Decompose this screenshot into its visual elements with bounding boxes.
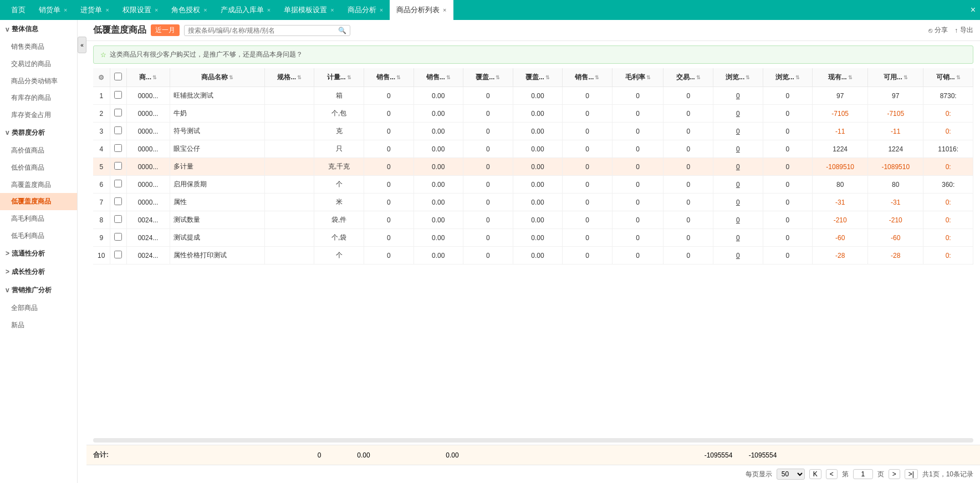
row-browse1[interactable]: 0 — [713, 176, 763, 194]
row-checkbox-cell[interactable] — [110, 105, 126, 123]
export-button[interactable]: ↑ 导出 — [955, 26, 973, 35]
row-select-checkbox[interactable] — [114, 126, 122, 134]
browse2-col-header[interactable]: 浏览...⇅ — [763, 68, 813, 87]
sidebar-item-新品[interactable]: 新品 — [0, 317, 77, 334]
row-select-checkbox[interactable] — [114, 109, 122, 116]
sales3-col-header[interactable]: 销售...⇅ — [563, 68, 612, 87]
next-page-button[interactable]: > — [889, 469, 900, 479]
sidebar-item-交易过的商品[interactable]: 交易过的商品 — [0, 55, 77, 73]
code-col-header[interactable]: 商...⇅ — [126, 68, 170, 87]
row-select-checkbox[interactable] — [114, 91, 122, 99]
nav-close-icon[interactable]: × — [155, 7, 158, 13]
unit-col-header[interactable]: 计量...⇅ — [314, 68, 364, 87]
row-select-checkbox[interactable] — [114, 144, 122, 152]
nav-item-角色授权[interactable]: 角色授权× — [165, 0, 213, 20]
sidebar-section-0[interactable]: v 整体信息 — [0, 20, 77, 38]
available-col-header[interactable]: 可用...⇅ — [868, 68, 923, 87]
row-select-checkbox[interactable] — [114, 162, 122, 170]
row-select-checkbox[interactable] — [114, 233, 122, 241]
nav-item-单据模板设置[interactable]: 单据模板设置× — [277, 0, 340, 20]
settings-icon[interactable]: ⚙ — [98, 74, 104, 82]
browse1-col-header[interactable]: 浏览...⇅ — [713, 68, 763, 87]
horizontal-scrollbar[interactable] — [93, 438, 973, 443]
sidebar-item-高覆盖度商品[interactable]: 高覆盖度商品 — [0, 176, 77, 194]
sidebar-item-商品分类动销率[interactable]: 商品分类动销率 — [0, 73, 77, 90]
nav-item-商品分析列表[interactable]: 商品分析列表× — [390, 0, 453, 20]
select-all-checkbox[interactable] — [114, 73, 122, 80]
last-page-button[interactable]: >| — [905, 469, 918, 479]
gross-rate-col-header[interactable]: 毛利率⇅ — [612, 68, 663, 87]
row-checkbox-cell[interactable] — [110, 87, 126, 105]
row-browse1[interactable]: 0 — [713, 140, 763, 158]
sidebar-collapse-button[interactable]: « — [78, 37, 86, 53]
sidebar-item-库存资金占用[interactable]: 库存资金占用 — [0, 106, 77, 124]
sidebar-item-高价值商品[interactable]: 高价值商品 — [0, 142, 77, 159]
first-page-button[interactable]: K — [809, 469, 821, 479]
row-checkbox-cell[interactable] — [110, 140, 126, 158]
nav-close-icon[interactable]: × — [380, 7, 383, 13]
nav-item-产成品入库单[interactable]: 产成品入库单× — [214, 0, 277, 20]
row-select-checkbox[interactable] — [114, 215, 122, 223]
sidebar-section-arrow: > — [6, 250, 9, 257]
search-icon[interactable]: 🔍 — [338, 27, 346, 34]
cov1-col-header[interactable]: 覆盖...⇅ — [463, 68, 513, 87]
nav-close-icon[interactable]: × — [330, 7, 334, 13]
row-checkbox-cell[interactable] — [110, 123, 126, 140]
name-col-header[interactable]: 商品名称⇅ — [170, 68, 264, 87]
page-number-input[interactable] — [853, 469, 873, 479]
sidebar-section-2[interactable]: > 流通性分析 — [0, 245, 77, 263]
row-select-checkbox[interactable] — [114, 251, 122, 258]
nav-item-首页[interactable]: 首页 — [4, 0, 32, 20]
settings-col-header[interactable]: ⚙ — [93, 68, 110, 87]
row-browse1[interactable]: 0 — [713, 158, 763, 176]
row-browse1[interactable]: 0 — [713, 211, 763, 229]
row-select-checkbox[interactable] — [114, 197, 122, 205]
sidebar-item-低毛利商品[interactable]: 低毛利商品 — [0, 227, 77, 245]
sales-qty-col-header[interactable]: 销售...⇅ — [364, 68, 414, 87]
sidebar-item-低价值商品[interactable]: 低价值商品 — [0, 159, 77, 176]
sidebar-item-全部商品[interactable]: 全部商品 — [0, 299, 77, 317]
nav-close-icon[interactable]: × — [105, 7, 109, 13]
row-checkbox-cell[interactable] — [110, 176, 126, 194]
share-button[interactable]: ⎋ 分享 — [928, 26, 948, 35]
row-checkbox-cell[interactable] — [110, 229, 126, 247]
sidebar-item-高毛利商品[interactable]: 高毛利商品 — [0, 210, 77, 227]
row-checkbox-cell[interactable] — [110, 194, 126, 211]
row-checkbox-cell[interactable] — [110, 211, 126, 229]
per-page-select[interactable]: 50 20 100 200 — [777, 469, 805, 480]
nav-close-icon[interactable]: × — [267, 7, 270, 13]
search-input[interactable] — [188, 27, 338, 34]
row-browse1[interactable]: 0 — [713, 123, 763, 140]
sidebar-section-1[interactable]: v 类群度分析 — [0, 124, 77, 142]
sidebar-item-低覆盖度商品[interactable]: 低覆盖度商品 — [0, 193, 77, 210]
sidebar-section-4[interactable]: v 营销推广分析 — [0, 281, 77, 299]
current-col-header[interactable]: 现有...⇅ — [813, 68, 868, 87]
row-select-checkbox[interactable] — [114, 180, 122, 187]
prev-page-button[interactable]: < — [826, 469, 838, 479]
row-browse1[interactable]: 0 — [713, 105, 763, 123]
time-filter-button[interactable]: 近一月 — [151, 24, 180, 36]
nav-item-销货单[interactable]: 销货单× — [32, 0, 74, 20]
row-checkbox-cell[interactable] — [110, 247, 126, 265]
saleable-col-header[interactable]: 可销...⇅ — [923, 68, 973, 87]
row-browse1[interactable]: 0 — [713, 87, 763, 105]
row-checkbox-cell[interactable] — [110, 158, 126, 176]
sidebar-item-有库存的商品[interactable]: 有库存的商品 — [0, 89, 77, 106]
sidebar-item-销售类商品[interactable]: 销售类商品 — [0, 38, 77, 55]
row-browse1[interactable]: 0 — [713, 194, 763, 211]
row-browse1[interactable]: 0 — [713, 229, 763, 247]
spec-col-header[interactable]: 规格...⇅ — [264, 68, 314, 87]
nav-close-icon[interactable]: × — [64, 7, 67, 13]
close-all-button[interactable]: × — [971, 5, 976, 15]
nav-item-权限设置[interactable]: 权限设置× — [116, 0, 165, 20]
row-gross-rate: 0 — [612, 211, 663, 229]
trade-col-header[interactable]: 交易...⇅ — [663, 68, 713, 87]
cov2-col-header[interactable]: 覆盖...⇅ — [513, 68, 563, 87]
sales-amt-col-header[interactable]: 销售...⇅ — [414, 68, 463, 87]
nav-item-商品分析[interactable]: 商品分析× — [341, 0, 390, 20]
row-browse1[interactable]: 0 — [713, 247, 763, 265]
nav-item-进货单[interactable]: 进货单× — [74, 0, 115, 20]
sidebar-section-3[interactable]: > 成长性分析 — [0, 263, 77, 281]
nav-close-icon[interactable]: × — [443, 7, 446, 13]
nav-close-icon[interactable]: × — [203, 7, 207, 13]
